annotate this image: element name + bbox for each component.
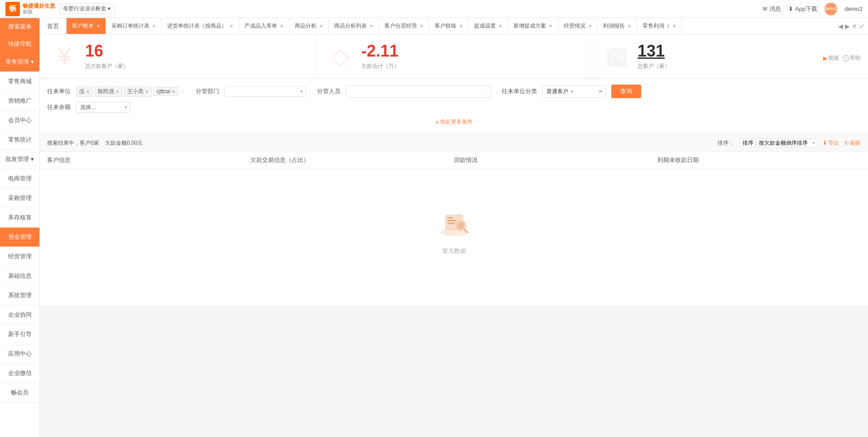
- tab-new-commission[interactable]: 新增提成方案 ✕: [508, 18, 558, 34]
- tab-purchase-order[interactable]: 采购订单统计表 ✕: [106, 18, 162, 34]
- sidebar-item-enterprise-collab[interactable]: 企业协同: [0, 305, 39, 325]
- filter-area: 往来单位 伍 ✕ 陈民强 ✕ 王小亮 ✕: [40, 79, 868, 133]
- tab-retail-profit[interactable]: 零售利润（ ✕: [637, 18, 682, 34]
- more-tags-btn[interactable]: ···: [180, 88, 185, 95]
- remove-chen-btn[interactable]: ✕: [115, 89, 119, 94]
- dept-select[interactable]: [225, 86, 306, 97]
- result-actions: 排序： 排序：按欠款金额倒序排序 ⬇ 导出 ↻ 刷新: [718, 138, 861, 147]
- collapse-icon: ∧: [435, 119, 439, 125]
- tab-prev-btn[interactable]: ◀: [838, 23, 843, 30]
- remove-wang-btn[interactable]: ✕: [145, 89, 149, 94]
- tab-close-icon[interactable]: ✕: [152, 24, 156, 28]
- tab-close-icon[interactable]: ✕: [672, 24, 676, 28]
- tab-product-list[interactable]: 商品分析列表 ✕: [329, 18, 379, 34]
- col-debt-info: 欠款交易信息（占比）: [250, 156, 454, 164]
- tab-close-icon[interactable]: ✕: [459, 24, 463, 28]
- remove-wu-btn[interactable]: ✕: [86, 89, 90, 94]
- video-help-btn[interactable]: ▶ 视频: [823, 54, 839, 62]
- app-download-btn[interactable]: ⬇ App下载: [788, 5, 817, 13]
- tab-close-icon[interactable]: ✕: [628, 24, 631, 28]
- tab-customer-contact[interactable]: 客户联络 ✕: [429, 18, 469, 34]
- stat-label-debt-total: 欠款合计（万）: [361, 62, 399, 70]
- tab-commission-settings[interactable]: 提成设置 ✕: [469, 18, 508, 34]
- stat-label-total-customers: 总客户（家）: [638, 62, 670, 70]
- filter-tag-chen: 陈民强 ✕: [95, 86, 122, 97]
- sidebar-item-marketing[interactable]: 营销推广: [0, 91, 39, 111]
- tab-customer-tier[interactable]: 客户分层经营 ✕: [379, 18, 429, 34]
- message-icon: ✉: [762, 5, 767, 12]
- tab-operations[interactable]: 经营情况 ✕: [558, 18, 598, 34]
- manager-input[interactable]: [350, 88, 483, 95]
- tab-close-icon[interactable]: ✕: [319, 24, 323, 28]
- avatar[interactable]: demo2: [825, 3, 837, 15]
- export-btn[interactable]: ⬇ 导出: [823, 139, 839, 147]
- logo-area: 畅 畅捷通好生意 标版: [5, 2, 55, 16]
- tab-home[interactable]: 首页: [40, 18, 67, 34]
- account-dropdown[interactable]: 母婴行业演示帐套 ▾: [59, 4, 115, 14]
- manager-input-more: ···: [483, 89, 487, 94]
- tab-profit-report[interactable]: 利润报告 ✕: [598, 18, 637, 34]
- sidebar-item-retail-stats[interactable]: 零售统计: [0, 130, 39, 150]
- tab-customer-ledger[interactable]: 客户账本 ✕: [67, 18, 106, 34]
- filter-tag-wang: 王小亮 ✕: [124, 86, 152, 97]
- empty-text: 暂无数据: [442, 247, 466, 255]
- svg-rect-3: [447, 220, 456, 221]
- tab-close-icon[interactable]: ✕: [96, 24, 100, 28]
- table-header: 客户信息 欠款交易信息（占比） 回款情况 到期未收款日期: [40, 152, 868, 169]
- sidebar-item-retail-mall[interactable]: 零售商城: [0, 72, 39, 91]
- sidebar-item-basic-info[interactable]: 基础信息: [0, 266, 39, 286]
- download-icon: ⬇: [788, 5, 793, 12]
- sidebar-item-inventory[interactable]: 库存核算: [0, 208, 39, 228]
- message-btn[interactable]: ✉ 消息: [762, 5, 781, 13]
- sort-select[interactable]: 排序：按欠款金额倒序排序: [739, 138, 817, 147]
- result-info: 搜索结果中，客户0家 欠款金额0.00元: [47, 139, 143, 147]
- query-button[interactable]: 查询: [611, 85, 641, 98]
- tab-close-icon[interactable]: ✕: [369, 24, 373, 28]
- sidebar-item-wechat[interactable]: 企业微信: [0, 364, 39, 383]
- tab-close-icon[interactable]: ✕: [280, 24, 283, 28]
- tab-bar: 首页 客户账本 ✕ 采购订单统计表 ✕ 进货单统计表（按商品） ✕ 产成品入库单…: [40, 18, 868, 34]
- sidebar-item-member[interactable]: 畅会员: [0, 383, 39, 403]
- tab-close-icon[interactable]: ✕: [499, 24, 502, 28]
- dept-select-wrapper: [225, 86, 306, 97]
- tab-close-icon[interactable]: ✕: [588, 24, 592, 28]
- col-customer-info: 客户信息: [47, 156, 250, 164]
- category-display[interactable]: 普通客户 ✕ ▼: [542, 86, 606, 98]
- col-due-date: 到期未收款日期: [657, 156, 861, 164]
- tab-close-icon[interactable]: ✕: [549, 24, 552, 28]
- refresh-btn[interactable]: ↻ 刷新: [844, 139, 861, 147]
- tab-close-icon[interactable]: ✕: [230, 24, 233, 28]
- tab-expand-btn[interactable]: ⤢: [859, 23, 864, 30]
- category-remove-btn[interactable]: ✕: [570, 89, 574, 94]
- sidebar-item-wholesale[interactable]: 批发管理 ▾: [0, 150, 39, 169]
- sidebar-item-purchasing[interactable]: 采购管理: [0, 189, 39, 208]
- sidebar-item-app-center[interactable]: 应用中心: [0, 344, 39, 364]
- help-btn[interactable]: ? 帮助: [843, 54, 861, 62]
- refresh-icon: ↻: [844, 140, 849, 146]
- remove-cjttcw-btn[interactable]: ✕: [172, 89, 175, 94]
- sidebar-item-guide[interactable]: 新手引导: [0, 325, 39, 344]
- stat-label-debt-customers: 总欠款客户（家）: [85, 62, 129, 70]
- sidebar-item-system[interactable]: 系统管理: [0, 286, 39, 305]
- tab-product-inbound[interactable]: 产成品入库单 ✕: [239, 18, 289, 34]
- table-body: 暂无数据: [40, 169, 868, 305]
- sidebar-quick-nav[interactable]: 快捷导航: [0, 35, 39, 52]
- svg-point-6: [458, 223, 464, 229]
- tab-close-icon[interactable]: ✕: [420, 24, 423, 28]
- balance-label: 往来余额: [47, 103, 71, 111]
- sidebar-item-retail-mgmt[interactable]: 零售管理 ▾: [0, 52, 39, 72]
- sidebar-item-finance[interactable]: 资金管理: [0, 228, 39, 247]
- sidebar-item-member-center[interactable]: 会员中心: [0, 111, 39, 130]
- top-bar: 畅 畅捷通好生意 标版 母婴行业演示帐套 ▾ ✉ 消息 ⬇ App下载 demo…: [0, 0, 868, 18]
- tab-nav-actions: ◀ ▶ ✕ ⤢: [834, 23, 868, 30]
- sidebar-item-ecommerce[interactable]: 电商管理: [0, 169, 39, 189]
- manager-input-wrapper: ···: [346, 85, 491, 98]
- tab-product-analysis[interactable]: 商品分析 ✕: [289, 18, 329, 34]
- tab-next-btn[interactable]: ▶: [845, 23, 850, 30]
- sidebar-item-operations[interactable]: 经营管理: [0, 247, 39, 266]
- tab-close-all-btn[interactable]: ✕: [852, 23, 857, 30]
- balance-select[interactable]: 选择...: [76, 102, 130, 113]
- sidebar-search[interactable]: 搜索菜单: [0, 18, 39, 35]
- collapse-btn[interactable]: ∧ 收起更多条件: [435, 116, 473, 128]
- tab-inbound-stats[interactable]: 进货单统计表（按商品） ✕: [162, 18, 239, 34]
